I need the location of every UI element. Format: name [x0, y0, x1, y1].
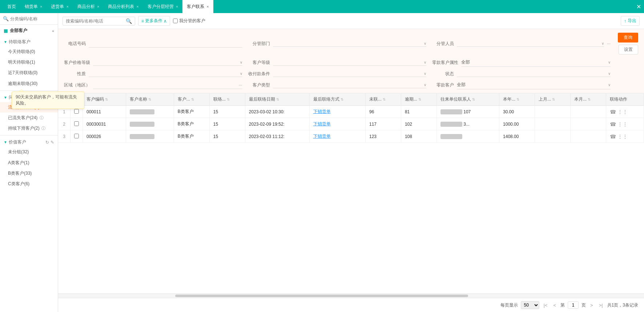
- row-last-way-3[interactable]: 下销货单: [313, 134, 331, 139]
- filter-customer-type: 客户类型 ∨: [248, 82, 427, 88]
- sidebar-item-today[interactable]: 今天待联络(0): [0, 46, 58, 57]
- refresh-icon[interactable]: ↻: [45, 140, 49, 145]
- nav-home[interactable]: 首页: [3, 0, 20, 13]
- filter-region-dots[interactable]: ···: [239, 82, 242, 88]
- td-last-way-3[interactable]: 下销货单: [309, 130, 365, 143]
- sidebar-item-7days[interactable]: 近7天待联络(0): [0, 68, 58, 78]
- th-contact[interactable]: 联络... ⇅: [209, 93, 245, 106]
- th-level-label: 客户...: [178, 96, 190, 102]
- filter-region-label: 区域（地区）: [64, 82, 90, 88]
- filter-nature-select[interactable]: ∨: [89, 70, 242, 77]
- filter-more-btn[interactable]: ≡ 更多条件 ∧: [138, 16, 170, 26]
- sidebar-item-overdue[interactable]: 逾期未联络(30): [0, 78, 58, 89]
- action-phone-1[interactable]: ☎: [610, 109, 616, 115]
- td-checkbox-2[interactable]: [71, 118, 83, 130]
- row-last-way-1[interactable]: 下销货单: [313, 109, 331, 114]
- prev-page-btn[interactable]: <: [552, 302, 558, 309]
- horizontal-scrollbar[interactable]: [58, 293, 644, 298]
- next-page-btn[interactable]: >: [589, 302, 595, 309]
- row-checkbox-1[interactable]: [74, 109, 79, 114]
- th-last-month[interactable]: 上月... ⇅: [535, 93, 571, 106]
- sidebar-item-churned[interactable]: 已流失客户(24) ⓘ: [0, 113, 58, 123]
- sidebar-item-ungroup[interactable]: 未分组(32): [0, 147, 58, 157]
- filter-retail-attr-select[interactable]: 全部 ∨: [461, 58, 611, 67]
- sidebar-item-7days-label: 近7天待联络(0): [8, 70, 37, 75]
- filter-region-select[interactable]: ···: [93, 81, 242, 89]
- nav-sales-close[interactable]: ×: [40, 4, 42, 9]
- nav-purchase[interactable]: 进货单 ×: [47, 0, 73, 13]
- th-code[interactable]: 客户编码 ⇅: [83, 93, 126, 106]
- td-last-way-2[interactable]: 下销货单: [309, 118, 365, 130]
- filter-customer-level-select[interactable]: ∨: [273, 59, 427, 66]
- th-this-month[interactable]: 本月... ⇅: [571, 93, 606, 106]
- action-more-2[interactable]: ⋮⋮: [617, 121, 628, 127]
- filter-status-select[interactable]: ∨: [457, 70, 611, 77]
- filter-phone-input[interactable]: [89, 40, 242, 48]
- scrollbar-track[interactable]: [175, 295, 468, 297]
- th-last-contact-way[interactable]: 最后联络方式 ⇅: [309, 93, 365, 106]
- search-btn[interactable]: 查询: [618, 33, 638, 42]
- th-uncontacted[interactable]: 未联... ⇅: [365, 93, 401, 106]
- export-btn[interactable]: ↑ 导出: [621, 16, 640, 26]
- row-last-way-2[interactable]: 下销货单: [313, 121, 331, 126]
- sidebar-all-customers[interactable]: ▦ 全部客户 «: [0, 25, 58, 37]
- th-level[interactable]: 客户... ⇅: [174, 93, 209, 106]
- sidebar-section-value[interactable]: ▼ 价值客户 ↻ ✎: [0, 137, 58, 147]
- nav-purchase-close[interactable]: ×: [66, 4, 68, 9]
- sidebar-item-c-class[interactable]: C类客户(6): [0, 179, 58, 189]
- search-input[interactable]: [66, 19, 126, 24]
- row-checkbox-3[interactable]: [74, 134, 79, 138]
- th-action: 联络动作: [606, 93, 644, 106]
- action-more-1[interactable]: ⋮⋮: [617, 109, 628, 115]
- sidebar-item-tomorrow[interactable]: 明天待联络(1): [0, 57, 58, 68]
- nav-sales[interactable]: 销货单 ×: [20, 0, 47, 13]
- filter-icon: ≡: [141, 19, 144, 24]
- th-unit-contact[interactable]: 往来单位联系人 ⇅: [436, 93, 499, 106]
- first-page-btn[interactable]: |<: [542, 302, 549, 309]
- nav-analysis[interactable]: 商品分析 ×: [73, 0, 104, 13]
- edit-icon[interactable]: ✎: [51, 140, 54, 145]
- nav-analysis-list[interactable]: 商品分析列表 ×: [104, 0, 143, 13]
- action-phone-2[interactable]: ☎: [610, 121, 616, 127]
- th-this-year[interactable]: 本年... ⇅: [499, 93, 535, 106]
- settings-btn[interactable]: 设置: [619, 45, 638, 54]
- window-close-btn[interactable]: ✕: [636, 3, 641, 10]
- sidebar-item-declining[interactable]: 持续下滑客户(2) ⓘ: [0, 123, 58, 134]
- my-customer-checkbox[interactable]: [173, 19, 178, 23]
- filter-person-dots[interactable]: ···: [607, 41, 611, 46]
- action-phone-3[interactable]: ☎: [610, 134, 616, 139]
- filter-person-select[interactable]: ∨: [457, 40, 604, 47]
- td-overdue-1: 81: [401, 106, 436, 118]
- filter-customer-type-select[interactable]: ∨: [273, 82, 427, 88]
- th-last-contact-date[interactable]: 最后联络日期 ⇅: [245, 93, 309, 106]
- search-icon[interactable]: 🔍: [126, 18, 132, 24]
- page-input[interactable]: [568, 301, 579, 309]
- nav-customer-contact-close[interactable]: ×: [206, 4, 209, 9]
- td-last-way-1[interactable]: 下销货单: [309, 106, 365, 118]
- nav-analysis-list-close[interactable]: ×: [136, 4, 138, 9]
- row-checkbox-2[interactable]: [74, 121, 79, 126]
- nav-home-label: 首页: [7, 4, 16, 10]
- last-page-btn[interactable]: >|: [597, 302, 604, 309]
- filter-customer-type-label: 客户类型: [248, 82, 270, 88]
- th-name[interactable]: 客户名称 ⇅: [126, 93, 174, 106]
- sidebar-item-b-class[interactable]: B类客户(33): [0, 168, 58, 179]
- filter-payment-select[interactable]: ∨: [273, 70, 427, 77]
- my-customer-toggle[interactable]: 我分管的客户: [173, 18, 205, 24]
- row-uncontact-3: 123: [369, 134, 377, 139]
- th-overdue[interactable]: 逾期... ⇅: [401, 93, 436, 106]
- nav-customer-tier-close[interactable]: ×: [176, 4, 178, 9]
- sidebar-search-input[interactable]: [10, 16, 58, 21]
- per-page-select[interactable]: 50 20 100: [521, 301, 539, 309]
- sidebar-section-pending[interactable]: ▼ 待联络客户: [0, 37, 58, 46]
- filter-retail-customer-select[interactable]: 全部 ∨: [457, 81, 611, 89]
- nav-analysis-close[interactable]: ×: [97, 4, 99, 9]
- nav-customer-tier[interactable]: 客户分层经营 ×: [143, 0, 182, 13]
- td-checkbox-3[interactable]: [71, 130, 83, 143]
- filter-dept-select[interactable]: ∨: [273, 40, 427, 47]
- filter-price-level-select[interactable]: ∨: [93, 59, 242, 66]
- sidebar-item-a-class[interactable]: A类客户(1): [0, 158, 58, 168]
- filter-retail-customer-label: 零款客户: [432, 82, 454, 88]
- action-more-3[interactable]: ⋮⋮: [617, 134, 628, 139]
- nav-customer-contact[interactable]: 客户联系 ×: [182, 0, 213, 13]
